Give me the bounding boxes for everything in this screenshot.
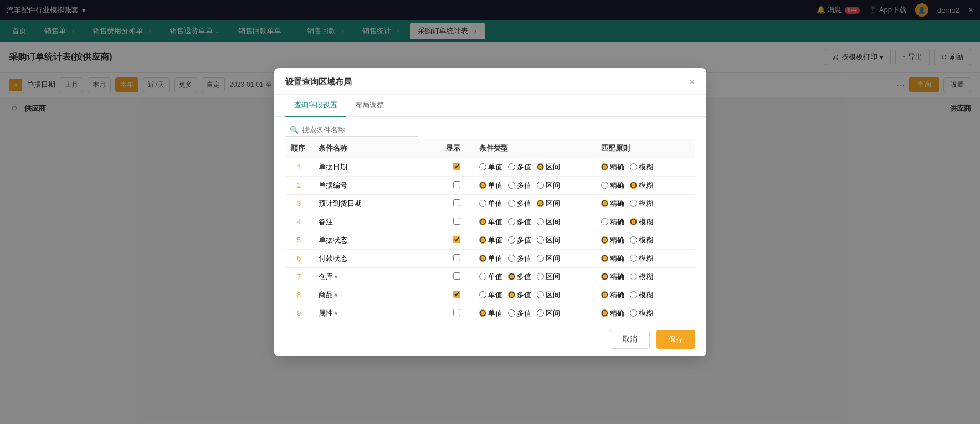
radio-input-single[interactable] <box>479 182 486 189</box>
radio-input-match-fuzzy[interactable] <box>630 309 637 317</box>
radio-input-match-exact[interactable] <box>601 309 608 317</box>
radio-input-range[interactable] <box>537 309 544 317</box>
radio-input-single[interactable] <box>479 291 486 298</box>
show-checkbox[interactable] <box>453 181 460 188</box>
type-radio-multi[interactable]: 多值 <box>508 235 531 245</box>
radio-input-match-fuzzy[interactable] <box>630 273 637 280</box>
radio-input-match-exact[interactable] <box>601 255 608 262</box>
type-radio-range[interactable]: 区间 <box>537 290 560 300</box>
match-radio-fuzzy[interactable]: 模糊 <box>630 162 653 172</box>
radio-input-multi[interactable] <box>508 236 515 244</box>
cell-show[interactable] <box>440 194 474 213</box>
radio-input-match-fuzzy[interactable] <box>630 182 637 189</box>
type-radio-single[interactable]: 单值 <box>479 290 502 300</box>
match-radio-exact[interactable]: 精确 <box>601 162 624 172</box>
search-input[interactable] <box>302 126 402 134</box>
radio-input-multi[interactable] <box>508 218 515 225</box>
cell-show[interactable] <box>440 249 474 267</box>
show-checkbox[interactable] <box>453 236 460 243</box>
radio-input-multi[interactable] <box>508 255 515 262</box>
save-button[interactable]: 保存 <box>656 330 695 349</box>
cancel-button[interactable]: 取消 <box>610 330 650 349</box>
radio-input-range[interactable] <box>537 273 544 280</box>
radio-input-range[interactable] <box>537 218 544 225</box>
type-radio-range[interactable]: 区间 <box>537 162 560 172</box>
cell-show[interactable] <box>440 267 474 286</box>
type-radio-range[interactable]: 区间 <box>537 272 560 282</box>
type-radio-multi[interactable]: 多值 <box>508 180 531 190</box>
match-radio-exact[interactable]: 精确 <box>601 290 624 300</box>
radio-input-match-exact[interactable] <box>601 273 608 280</box>
cell-show[interactable] <box>440 286 474 304</box>
match-radio-fuzzy[interactable]: 模糊 <box>630 290 653 300</box>
radio-input-match-exact[interactable] <box>601 291 608 298</box>
radio-input-range[interactable] <box>537 255 544 262</box>
radio-input-single[interactable] <box>479 273 486 280</box>
radio-input-single[interactable] <box>479 218 486 225</box>
tab-layout-adjust[interactable]: 布局调整 <box>346 95 393 117</box>
radio-input-match-fuzzy[interactable] <box>630 200 637 207</box>
match-radio-fuzzy[interactable]: 模糊 <box>630 272 653 282</box>
radio-input-single[interactable] <box>479 255 486 262</box>
cell-show[interactable] <box>440 231 474 249</box>
match-radio-fuzzy[interactable]: 模糊 <box>630 180 653 190</box>
table-scroll-container[interactable]: 顺序 条件名称 显示 条件类型 匹配原则 1单据日期单值多值区间精确模糊2单据编… <box>285 139 695 322</box>
radio-input-match-exact[interactable] <box>601 236 608 244</box>
radio-input-match-fuzzy[interactable] <box>630 236 637 244</box>
show-checkbox[interactable] <box>453 272 460 280</box>
radio-input-range[interactable] <box>537 200 544 207</box>
show-checkbox[interactable] <box>453 291 460 298</box>
radio-input-range[interactable] <box>537 163 544 170</box>
match-radio-fuzzy[interactable]: 模糊 <box>630 308 653 318</box>
show-checkbox[interactable] <box>453 163 460 170</box>
radio-input-multi[interactable] <box>508 273 515 280</box>
match-radio-exact[interactable]: 精确 <box>601 180 624 190</box>
type-radio-range[interactable]: 区间 <box>537 308 560 318</box>
radio-input-multi[interactable] <box>508 200 515 207</box>
show-checkbox[interactable] <box>453 309 460 316</box>
type-radio-single[interactable]: 单值 <box>479 235 502 245</box>
radio-input-match-fuzzy[interactable] <box>630 255 637 262</box>
match-radio-fuzzy[interactable]: 模糊 <box>630 235 653 245</box>
match-radio-exact[interactable]: 精确 <box>601 235 624 245</box>
type-radio-multi[interactable]: 多值 <box>508 254 531 263</box>
type-radio-multi[interactable]: 多值 <box>508 217 531 227</box>
radio-input-multi[interactable] <box>508 163 515 170</box>
cell-show[interactable] <box>440 304 474 322</box>
match-radio-exact[interactable]: 精确 <box>601 199 624 209</box>
show-checkbox[interactable] <box>453 254 460 261</box>
radio-input-range[interactable] <box>537 182 544 189</box>
radio-input-match-fuzzy[interactable] <box>630 291 637 298</box>
type-radio-multi[interactable]: 多值 <box>508 308 531 318</box>
match-radio-exact[interactable]: 精确 <box>601 308 624 318</box>
radio-input-single[interactable] <box>479 236 486 244</box>
radio-input-range[interactable] <box>537 291 544 298</box>
type-radio-single[interactable]: 单值 <box>479 308 502 318</box>
radio-input-multi[interactable] <box>508 309 515 317</box>
match-radio-exact[interactable]: 精确 <box>601 217 624 227</box>
match-radio-fuzzy[interactable]: 模糊 <box>630 199 653 209</box>
cell-show[interactable] <box>440 213 474 231</box>
radio-input-range[interactable] <box>537 236 544 244</box>
type-radio-range[interactable]: 区间 <box>537 180 560 190</box>
dialog-close-button[interactable]: × <box>689 77 695 87</box>
type-radio-range[interactable]: 区间 <box>537 235 560 245</box>
type-radio-multi[interactable]: 多值 <box>508 290 531 300</box>
type-radio-single[interactable]: 单值 <box>479 162 502 172</box>
type-radio-range[interactable]: 区间 <box>537 254 560 263</box>
type-radio-multi[interactable]: 多值 <box>508 272 531 282</box>
type-radio-single[interactable]: 单值 <box>479 217 502 227</box>
show-checkbox[interactable] <box>453 199 460 206</box>
radio-input-single[interactable] <box>479 309 486 317</box>
radio-input-match-fuzzy[interactable] <box>630 163 637 170</box>
type-radio-single[interactable]: 单值 <box>479 254 502 263</box>
type-radio-single[interactable]: 单值 <box>479 272 502 282</box>
radio-input-multi[interactable] <box>508 182 515 189</box>
tab-query-field-settings[interactable]: 查询字段设置 <box>285 95 346 117</box>
type-radio-multi[interactable]: 多值 <box>508 199 531 209</box>
match-radio-exact[interactable]: 精确 <box>601 272 624 282</box>
type-radio-multi[interactable]: 多值 <box>508 162 531 172</box>
show-checkbox[interactable] <box>453 218 460 225</box>
match-radio-fuzzy[interactable]: 模糊 <box>630 217 653 227</box>
cell-show[interactable] <box>440 176 474 194</box>
